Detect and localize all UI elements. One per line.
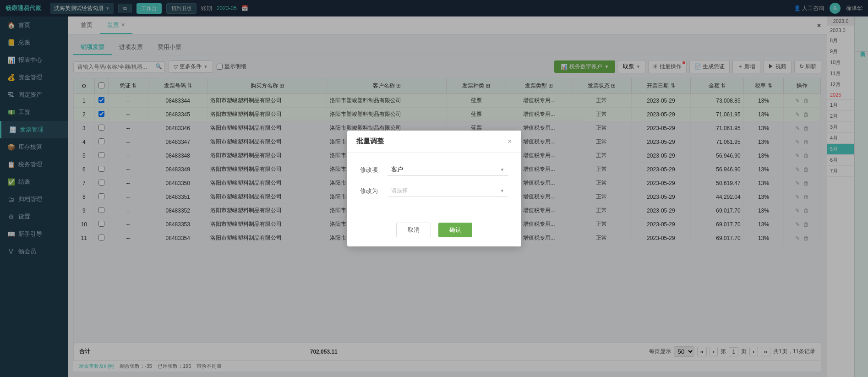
field-label: 修改项: [360, 166, 388, 174]
field-select-chevron-icon: ▼: [500, 167, 505, 172]
value-select-chevron-icon: ▼: [500, 188, 505, 193]
value-select[interactable]: 请选择 ▼: [388, 185, 508, 197]
modal-header: 批量调整 ×: [347, 131, 521, 153]
form-row-value: 修改为 请选择 ▼: [360, 185, 508, 197]
modal-close-button[interactable]: ×: [508, 137, 512, 146]
modal-body: 修改项 客户 ▼ 修改为 请选择 ▼: [347, 153, 521, 217]
modal-footer: 取消 确认: [347, 217, 521, 246]
form-row-field: 修改项 客户 ▼: [360, 164, 508, 176]
modal-overlay: 批量调整 × 修改项 客户 ▼ 修改为 请选择 ▼ 取消 确认: [0, 0, 868, 377]
value-label: 修改为: [360, 187, 388, 195]
modal-title: 批量调整: [356, 137, 384, 146]
field-select[interactable]: 客户 ▼: [388, 164, 508, 176]
confirm-button[interactable]: 确认: [438, 223, 472, 237]
batch-adjust-modal: 批量调整 × 修改项 客户 ▼ 修改为 请选择 ▼ 取消 确认: [347, 131, 521, 246]
cancel-button[interactable]: 取消: [396, 223, 431, 237]
